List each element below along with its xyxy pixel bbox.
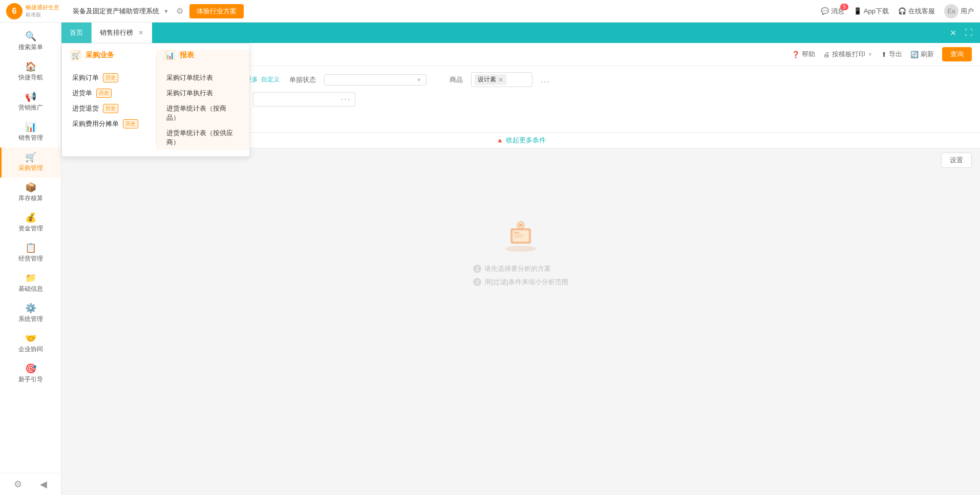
empty-illustration [500, 213, 541, 254]
sidebar-item-label: 库存核算 [18, 194, 43, 203]
report-section-icon: 📊 [164, 50, 176, 61]
collapse-sidebar-icon[interactable]: ◀ [40, 479, 47, 490]
message-icon: 💬 [821, 7, 829, 15]
sidebar-item-operation[interactable]: 📋 经营管理 [0, 238, 61, 268]
gear-icon: ⚙️ [25, 304, 36, 313]
sidebar-item-label: 搜索菜单 [18, 43, 43, 52]
menu-item-inbound[interactable]: 进货单 历史 [70, 85, 147, 101]
online-service-item[interactable]: 🎧 在线客服 [898, 7, 935, 16]
sidebar-item-label: 经营管理 [18, 254, 43, 263]
handshake-icon: 🤝 [25, 334, 36, 343]
help-button[interactable]: ❓ 帮助 [792, 50, 815, 59]
menu-item-inbound-by-goods[interactable]: 进货单统计表（按商品） [164, 101, 242, 125]
svg-rect-4 [514, 234, 524, 235]
sidebar-item-quick-nav[interactable]: 🏠 快捷导航 [0, 57, 61, 87]
tip-num-1: 1 [473, 265, 481, 273]
purchase-menu-section: 🛒 采购业务 采购订单 历史 进货单 历史 进货退货 历史 采购费用分摊单 历史 [62, 50, 156, 150]
sidebar-item-system[interactable]: ⚙️ 系统管理 [0, 298, 61, 329]
message-item[interactable]: 💬 消息 9 [821, 7, 844, 16]
top-header: 6 畅捷通好生意 标准版 装备及固定资产辅助管理系统 ▼ ⚙ 体验行业方案 💬 … [0, 0, 980, 23]
collapse-up-icon: 🔺 [496, 137, 504, 144]
export-button[interactable]: ⬆ 导出 [881, 50, 902, 59]
tab-right-controls: ✕ ⛶ [947, 26, 980, 40]
sidebar-item-basic-info[interactable]: 📁 基础信息 [0, 268, 61, 298]
help-icon: ❓ [792, 51, 800, 58]
print-button[interactable]: 🖨 按模板打印 ▼ [823, 50, 873, 59]
folder-icon: 📁 [25, 273, 36, 283]
sidebar-item-label: 企业协同 [18, 345, 43, 354]
empty-tips: 1 请先选择要分析的方案 2 用[过滤]条件来缩小分析范围 [473, 262, 568, 289]
settings-button[interactable]: 设置 [941, 153, 972, 168]
logo-text-block: 畅捷通好生意 标准版 [26, 4, 59, 18]
chart-icon: 📊 [25, 122, 36, 132]
refresh-button[interactable]: 🔄 刷新 [910, 50, 934, 59]
refresh-icon: 🔄 [910, 51, 919, 58]
tab-close-all-icon[interactable]: ✕ [947, 26, 960, 40]
history-badge: 历史 [96, 89, 112, 98]
menu-item-order-exec[interactable]: 采购订单执行表 [164, 85, 242, 101]
report-section-title: 📊 报表 [164, 50, 242, 64]
sidebar-item-label: 销售管理 [18, 134, 43, 142]
money-icon: 💰 [25, 213, 36, 222]
tip-num-2: 2 [473, 278, 481, 286]
app-version: 标准版 [26, 11, 59, 18]
logo-icon: 6 [6, 3, 23, 19]
sidebar-item-label: 基础信息 [18, 285, 43, 293]
sidebar-item-label: 快捷导航 [18, 73, 43, 82]
sidebar-item-inventory[interactable]: 📦 库存核算 [0, 178, 61, 208]
tab-bar: 首页 销售排行榜 ✕ ✕ ⛶ [61, 23, 980, 43]
history-badge: 历史 [103, 104, 118, 113]
svg-point-0 [505, 246, 536, 252]
box-icon: 📦 [25, 183, 36, 192]
system-title: 装备及固定资产辅助管理系统 ▼ ⚙ [73, 6, 183, 16]
app-download-item[interactable]: 📱 App下载 [854, 7, 889, 16]
sidebar-item-finance[interactable]: 💰 资金管理 [0, 208, 61, 238]
menu-item-return[interactable]: 进货退货 历史 [70, 101, 147, 116]
collapse-text: 收起更多条件 [506, 136, 546, 145]
search-icon: 🔍 [25, 32, 36, 41]
tab-home[interactable]: 首页 [61, 23, 92, 43]
sidebar-bottom: ⚙ ◀ [0, 473, 61, 495]
dropdown-arrow-icon[interactable]: ▼ [163, 8, 169, 14]
menu-item-cost-alloc[interactable]: 采购费用分摊单 历史 [70, 116, 147, 132]
sidebar: 🔍 搜索菜单 🏠 快捷导航 📢 营销推广 📊 销售管理 🛒 采购管理 📦 库存核… [0, 23, 61, 495]
menu-item-inbound-by-supplier[interactable]: 进货单统计表（按供应商） [164, 125, 242, 150]
goods-dots[interactable]: ... [541, 75, 550, 84]
message-badge: 9 [840, 4, 848, 10]
print-arrow-icon: ▼ [867, 51, 873, 57]
doc-status-select[interactable]: ▼ [324, 74, 427, 85]
doc-status-label: 单据状态 [288, 75, 316, 84]
tab-sales-ranking[interactable]: 销售排行榜 ✕ [92, 23, 152, 43]
goods-tag: 设计素 ✕ [475, 74, 506, 85]
report-menu-section: 📊 报表 采购订单统计表 采购订单执行表 进货单统计表（按商品） 进货单统计表（… [156, 50, 250, 150]
settings-icon[interactable]: ⚙ [176, 6, 183, 16]
sidebar-item-search[interactable]: 🔍 搜索菜单 [0, 27, 61, 57]
sidebar-item-guide[interactable]: 🎯 新手引导 [0, 359, 61, 389]
avatar: Ea [944, 4, 958, 18]
goods-filter[interactable]: 设计素 ✕ [471, 72, 532, 87]
sidebar-item-sales[interactable]: 📊 销售管理 [0, 117, 61, 147]
logo-area: 6 畅捷通好生意 标准版 [6, 3, 68, 19]
sidebar-item-label: 系统管理 [18, 315, 43, 324]
sidebar-item-label: 采购管理 [18, 164, 43, 173]
purchase-section-icon: 🛒 [70, 50, 81, 61]
history-badge: 历史 [103, 73, 118, 82]
user-item[interactable]: Ea 用户 [944, 4, 974, 18]
menu-item-purchase-order[interactable]: 采购订单 历史 [70, 70, 147, 85]
target-icon: 🎯 [25, 364, 36, 373]
tab-fullscreen-icon[interactable]: ⛶ [962, 26, 976, 39]
query-button[interactable]: 查询 [942, 47, 972, 61]
sidebar-item-cooperation[interactable]: 🤝 企业协同 [0, 329, 61, 359]
salesman-dots: ··· [341, 95, 351, 104]
cart-icon: 🛒 [25, 153, 36, 162]
goods-tag-close[interactable]: ✕ [498, 76, 503, 83]
industry-button[interactable]: 体验行业方案 [189, 4, 244, 18]
sidebar-item-marketing[interactable]: 📢 营销推广 [0, 87, 61, 117]
goods-label: 商品 [435, 75, 463, 84]
sidebar-item-purchase[interactable]: 🛒 采购管理 [0, 147, 61, 178]
menu-item-order-stats[interactable]: 采购订单统计表 [164, 70, 242, 85]
salesman-select[interactable]: ··· [253, 92, 355, 106]
tab-close-icon[interactable]: ✕ [138, 29, 143, 36]
bottom-settings-icon[interactable]: ⚙ [14, 479, 22, 490]
preset-custom[interactable]: 自定义 [261, 75, 280, 84]
